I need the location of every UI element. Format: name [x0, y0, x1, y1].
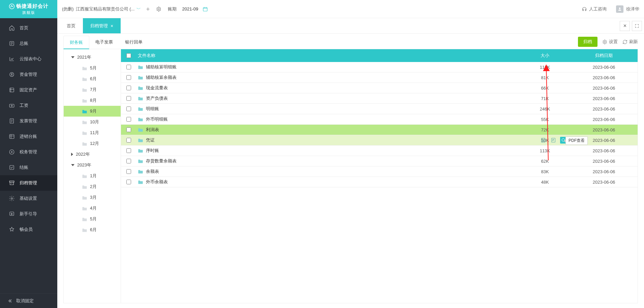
row-checkbox[interactable]	[126, 159, 131, 163]
nav-item-settings[interactable]: 基础设置	[0, 191, 57, 206]
row-checkbox[interactable]	[126, 65, 131, 69]
file-icon	[138, 138, 143, 143]
tree-year[interactable]: 2023年	[64, 160, 121, 171]
nav-item-ledger[interactable]: 总账	[0, 36, 57, 51]
file-name: 利润表	[146, 127, 159, 133]
subtab-bank[interactable]: 银行回单	[119, 35, 149, 49]
tree-month[interactable]: 5月	[64, 214, 121, 224]
table-row[interactable]: 利润表72K2023-06-06	[121, 125, 638, 135]
tab-home[interactable]: 首页	[59, 18, 83, 33]
tree-month[interactable]: 3月	[64, 192, 121, 203]
subtab-fin[interactable]: 财务账	[63, 36, 89, 49]
svg-point-15	[604, 41, 606, 42]
tree-month[interactable]: 7月	[64, 84, 121, 95]
tree-month[interactable]: 9月	[64, 106, 121, 117]
row-checkbox[interactable]	[126, 127, 131, 132]
tree-month[interactable]: 11月	[64, 127, 121, 138]
svg-point-0	[9, 4, 14, 9]
user-menu[interactable]: 徐泽华	[616, 5, 639, 13]
tree-month[interactable]: 12月	[64, 138, 121, 149]
row-checkbox[interactable]	[126, 138, 131, 143]
tree-year[interactable]: 2021年	[64, 52, 121, 63]
support-link[interactable]: 人工咨询	[582, 6, 607, 12]
table-row[interactable]: 外币余额表48K2023-06-06	[121, 177, 638, 187]
nav-item-funds[interactable]: 资金管理	[0, 67, 57, 82]
tree-month[interactable]: 5月	[64, 63, 121, 73]
refresh-link[interactable]: 刷新	[622, 39, 638, 45]
calendar-icon[interactable]	[202, 5, 209, 13]
row-checkbox[interactable]	[126, 169, 131, 174]
row-checkbox[interactable]	[126, 117, 131, 122]
table-row[interactable]: 序时账113K2023-06-06	[121, 146, 638, 156]
nav-item-guide[interactable]: 新手引导	[0, 206, 57, 222]
gear-icon[interactable]	[155, 5, 162, 13]
file-icon	[138, 117, 143, 122]
nav-item-tax[interactable]: 税务管理	[0, 144, 57, 160]
chevron-down-icon: ﹀	[136, 6, 141, 12]
tree-month[interactable]: 4月	[64, 203, 121, 214]
table-row[interactable]: 外币明细账55K2023-06-06	[121, 114, 638, 125]
row-checkbox[interactable]	[126, 86, 131, 90]
file-name: 辅助核算明细账	[146, 64, 177, 70]
company-selector[interactable]: (勿删) 江西服宝精品有限责任公司 (... ﹀	[62, 6, 141, 12]
table-row[interactable]: 明细账246K2023-06-06	[121, 104, 638, 114]
select-all-checkbox[interactable]	[126, 53, 131, 58]
settings-link[interactable]: 设置	[602, 39, 618, 45]
tree-month[interactable]: 1月	[64, 171, 121, 181]
nav-item-archive[interactable]: 归档管理	[0, 175, 57, 191]
subtab-einv[interactable]: 电子发票	[89, 35, 119, 49]
nav-item-member[interactable]: 畅会员	[0, 222, 57, 237]
row-checkbox[interactable]	[126, 96, 131, 101]
nav-item-close[interactable]: 结账	[0, 160, 57, 175]
table-row[interactable]: 辅助核算明细账116K2023-06-06	[121, 62, 638, 72]
row-checkbox[interactable]	[126, 148, 131, 153]
svg-rect-4	[9, 104, 14, 107]
table-row[interactable]: 凭证53K2023-06-06PDF查看	[121, 135, 638, 146]
nav-label: 进销台账	[20, 133, 37, 140]
table-row[interactable]: 资产负债表71K2023-06-06	[121, 93, 638, 104]
tree-year[interactable]: 2022年	[64, 149, 121, 160]
close-all-button[interactable]: ✕	[620, 21, 630, 31]
row-checkbox[interactable]	[126, 180, 131, 184]
nav-item-inout[interactable]: 进销台账	[0, 129, 57, 144]
svg-rect-3	[10, 88, 14, 92]
table-row[interactable]: 余额表83K2023-06-06	[121, 166, 638, 177]
nav-item-invoice[interactable]: 发票管理	[0, 113, 57, 129]
fullscreen-button[interactable]	[632, 21, 642, 31]
tree-month[interactable]: 8月	[64, 95, 121, 106]
settings-icon	[9, 195, 15, 202]
row-checkbox[interactable]	[126, 75, 131, 80]
table-row[interactable]: 现金流量表66K2023-06-06	[121, 83, 638, 93]
table-row[interactable]: 存货数量余额表62K2023-06-06	[121, 156, 638, 166]
tree-month[interactable]: 10月	[64, 117, 121, 127]
file-name: 明细账	[146, 106, 159, 112]
nav-item-reports[interactable]: 云报表中心	[0, 51, 57, 67]
add-icon[interactable]	[144, 5, 152, 13]
folder-icon	[82, 98, 87, 103]
excel-download-icon[interactable]	[540, 137, 547, 144]
subtab-row: 财务账电子发票银行回单 归档 设置 刷新	[63, 34, 638, 49]
file-name: 凭证	[146, 137, 155, 143]
svg-rect-10	[9, 181, 14, 182]
tree-month[interactable]: 2月	[64, 181, 121, 192]
tab-archive[interactable]: 归档管理×	[83, 18, 121, 33]
unpin-button[interactable]: 取消固定	[0, 293, 57, 308]
svg-rect-14	[203, 7, 207, 11]
tree-month[interactable]: 6月	[64, 73, 121, 84]
nav-item-assets[interactable]: 固定资产	[0, 82, 57, 98]
folder-icon	[82, 131, 87, 135]
close-icon[interactable]: ×	[111, 23, 113, 29]
row-checkbox[interactable]	[126, 106, 131, 111]
nav-item-home[interactable]: 首页	[0, 20, 57, 36]
ledger-icon	[9, 40, 15, 47]
period-value[interactable]: 2021-09	[182, 6, 198, 11]
table-row[interactable]: 辅助核算余额表81K2023-06-06	[121, 72, 638, 83]
pdf-download-icon[interactable]	[550, 137, 557, 144]
file-name: 资产负债表	[146, 95, 168, 101]
nav-label: 发票管理	[20, 118, 37, 124]
nav-item-salary[interactable]: 工资	[0, 98, 57, 113]
archive-button[interactable]: 归档	[578, 37, 597, 47]
tree-month[interactable]: 6月	[64, 224, 121, 235]
nav-label: 总账	[20, 40, 28, 47]
file-icon	[138, 159, 143, 163]
